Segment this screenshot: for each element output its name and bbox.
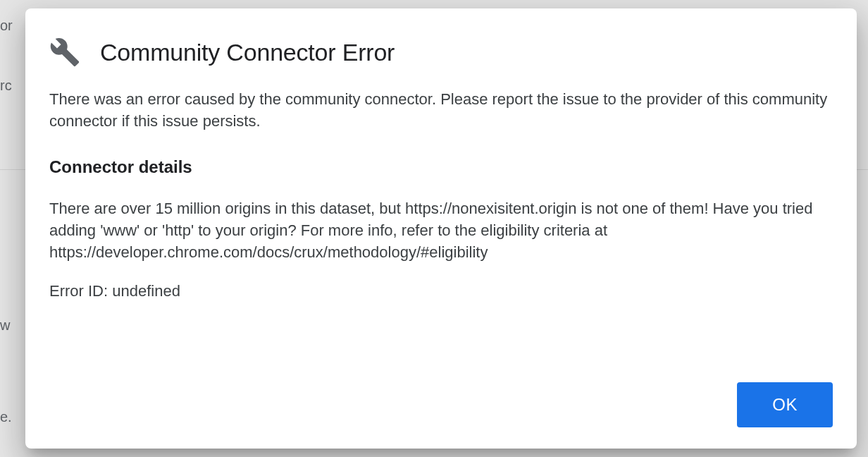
error-id-label: Error ID:: [49, 282, 112, 300]
dialog-body: There was an error caused by the communi…: [49, 89, 833, 382]
dialog-actions: OK: [49, 382, 833, 427]
error-id-value: undefined: [112, 282, 180, 300]
background-fragment: e.: [0, 409, 12, 425]
connector-details-text: There are over 15 million origins in thi…: [49, 198, 833, 263]
error-id: Error ID: undefined: [49, 281, 833, 303]
background-fragment: or: [0, 18, 13, 34]
background-fragment: rc: [0, 78, 12, 94]
dialog-header: Community Connector Error: [49, 37, 833, 68]
connector-details-heading: Connector details: [49, 155, 833, 179]
background-fragment: w: [0, 317, 10, 334]
dialog-title: Community Connector Error: [100, 39, 395, 66]
wrench-icon: [49, 37, 80, 68]
ok-button[interactable]: OK: [737, 382, 833, 427]
error-dialog: Community Connector Error There was an e…: [25, 8, 857, 449]
error-intro-text: There was an error caused by the communi…: [49, 89, 833, 133]
